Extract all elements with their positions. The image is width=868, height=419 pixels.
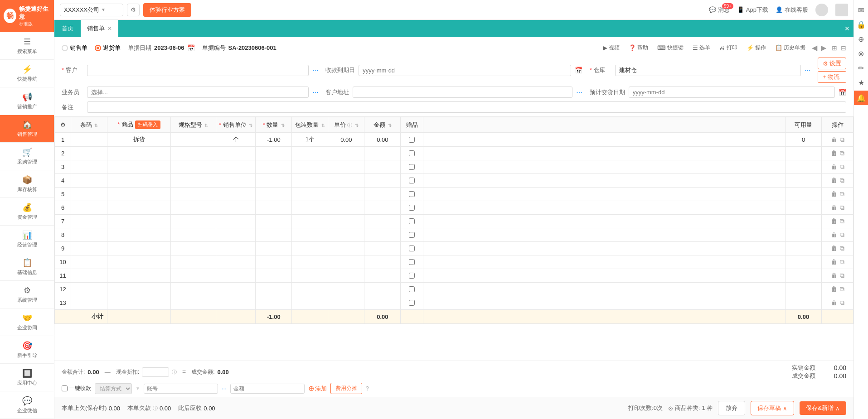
copy-row-icon[interactable]: ⧉ xyxy=(840,149,844,157)
delete-row-icon[interactable]: 🗑 xyxy=(831,149,837,157)
gift-checkbox[interactable] xyxy=(409,191,415,197)
right-panel-btn-5[interactable]: ✏ xyxy=(855,62,868,74)
right-panel-btn-orange[interactable]: 🔔 xyxy=(854,91,868,105)
gift-checkbox[interactable] xyxy=(409,150,415,156)
delete-row-icon[interactable]: 🗑 xyxy=(831,285,837,293)
copy-row-icon[interactable]: ⧉ xyxy=(840,177,844,184)
add-payment-btn[interactable]: ⊕ 添加 xyxy=(308,384,327,393)
gift-checkbox[interactable] xyxy=(409,232,415,238)
row-spec[interactable] xyxy=(171,133,216,147)
row-qty[interactable] xyxy=(256,147,292,160)
scan-button[interactable]: 扫码录入 xyxy=(135,120,160,129)
copy-row-icon[interactable]: ⧉ xyxy=(840,136,844,144)
action-btn[interactable]: ⚡ 操作 xyxy=(744,43,769,53)
unit-sort-icon[interactable]: ⇅ xyxy=(249,123,252,128)
row-price[interactable] xyxy=(328,147,364,160)
delete-row-icon[interactable]: 🗑 xyxy=(831,136,837,144)
due-date-calendar-icon[interactable]: 📅 xyxy=(575,67,582,74)
delete-row-icon[interactable]: 🗑 xyxy=(831,190,837,198)
tab-home[interactable]: 首页 xyxy=(54,20,81,37)
copy-row-icon[interactable]: ⧉ xyxy=(840,190,844,198)
customer-dots-icon[interactable]: ··· xyxy=(312,66,318,74)
choose-btn[interactable]: ☰ 选单 xyxy=(690,43,713,53)
row-price[interactable]: 0.00 xyxy=(328,133,364,147)
settings-btn[interactable]: ⚙ xyxy=(127,4,140,16)
fee-split-btn[interactable]: 费用分摊 xyxy=(330,383,362,394)
nav-next-icon[interactable]: ▶ xyxy=(821,43,826,52)
qty-sort-icon[interactable]: ⇅ xyxy=(281,123,285,128)
avatar[interactable] xyxy=(815,4,828,16)
logistics-btn[interactable]: + 物流 xyxy=(818,71,846,83)
barcode-input[interactable] xyxy=(74,136,104,143)
gift-checkbox[interactable] xyxy=(409,205,415,211)
discount-input[interactable] xyxy=(142,367,169,377)
gift-checkbox[interactable] xyxy=(409,300,415,306)
expected-date-input[interactable] xyxy=(629,87,835,98)
delete-row-icon[interactable]: 🗑 xyxy=(831,245,837,252)
message-btn[interactable]: 💬 消息 99+ xyxy=(709,6,730,14)
price-info-icon[interactable]: ⓘ xyxy=(347,122,352,128)
history-btn[interactable]: 📋 历史单据 xyxy=(772,43,808,53)
row-barcode[interactable] xyxy=(71,147,107,160)
delete-row-icon[interactable]: 🗑 xyxy=(831,231,837,239)
delete-row-icon[interactable]: 🗑 xyxy=(831,258,837,266)
shortcut-btn[interactable]: ⌨ 快捷键 xyxy=(655,43,686,53)
video-btn[interactable]: ▶ 视频 xyxy=(600,43,622,53)
sidebar-item-ops[interactable]: 📊 经营管理 xyxy=(0,226,54,253)
trial-button[interactable]: 体验行业方案 xyxy=(143,3,191,17)
save-draft-button[interactable]: 保存草稿 ∧ xyxy=(751,401,794,415)
sidebar-item-appstore[interactable]: 🔲 应用中心 xyxy=(0,364,54,391)
copy-row-icon[interactable]: ⧉ xyxy=(840,217,844,225)
row-barcode[interactable] xyxy=(71,133,107,147)
copy-row-icon[interactable]: ⧉ xyxy=(840,245,844,252)
salesperson-dots-icon[interactable]: ··· xyxy=(312,88,318,96)
delete-row-icon[interactable]: 🗑 xyxy=(831,163,837,171)
barcode-sort-icon[interactable]: ⇅ xyxy=(94,123,98,128)
tab-close-icon[interactable]: ✕ xyxy=(107,25,112,32)
gift-checkbox[interactable] xyxy=(409,178,415,183)
amount-sort-icon[interactable]: ⇅ xyxy=(388,123,392,128)
row-spec[interactable] xyxy=(171,147,216,160)
gift-checkbox[interactable] xyxy=(409,218,415,224)
row-qty[interactable]: -1.00 xyxy=(256,133,292,147)
sidebar-item-quick-nav[interactable]: ⚡ 快捷导航 xyxy=(0,60,54,87)
delete-row-icon[interactable]: 🗑 xyxy=(831,217,837,225)
gift-checkbox[interactable] xyxy=(409,164,415,170)
copy-row-icon[interactable]: ⧉ xyxy=(840,299,844,307)
customer-input[interactable] xyxy=(87,65,309,76)
sidebar-item-marketing[interactable]: 📢 营销推广 xyxy=(0,87,54,115)
app-download-btn[interactable]: 📱 App下载 xyxy=(737,6,768,14)
company-selector[interactable]: XXXXXX公司 ▼ xyxy=(60,4,123,16)
sidebar-item-wechat[interactable]: 💬 企业微信 xyxy=(0,391,54,419)
pay-method-select[interactable]: 结算方式 xyxy=(95,383,132,394)
copy-row-icon[interactable]: ⧉ xyxy=(840,231,844,239)
fee-help-icon[interactable]: ? xyxy=(366,385,369,392)
right-panel-btn-2[interactable]: 🔒 xyxy=(855,18,868,31)
close-all-tabs-icon[interactable]: ✕ xyxy=(844,25,850,32)
price-sort-icon[interactable]: ⇅ xyxy=(355,123,359,128)
sidebar-item-search[interactable]: ☰ 搜索菜单 xyxy=(0,32,54,60)
gift-checkbox[interactable] xyxy=(409,259,415,265)
sidebar-item-collab[interactable]: 🤝 企业协同 xyxy=(0,308,54,336)
addr-dots-icon[interactable]: ··· xyxy=(576,88,582,96)
delete-row-icon[interactable]: 🗑 xyxy=(831,272,837,279)
delete-row-icon[interactable]: 🗑 xyxy=(831,177,837,184)
discount-info-icon[interactable]: ⓘ xyxy=(172,369,177,376)
copy-row-icon[interactable]: ⧉ xyxy=(840,272,844,279)
gift-checkbox[interactable] xyxy=(409,246,415,251)
help-btn[interactable]: ❓ 帮助 xyxy=(626,43,651,53)
delete-row-icon[interactable]: 🗑 xyxy=(831,204,837,212)
copy-row-icon[interactable]: ⧉ xyxy=(840,285,844,293)
warehouse-input[interactable] xyxy=(615,65,801,76)
sidebar-item-inventory[interactable]: 📦 库存核算 xyxy=(0,170,54,198)
one-click-pay-checkbox[interactable] xyxy=(62,385,68,391)
gift-checkbox[interactable] xyxy=(409,273,415,279)
radio-return[interactable]: 退货单 xyxy=(95,44,121,52)
discard-button[interactable]: 放弃 xyxy=(718,401,745,415)
sidebar-item-finance[interactable]: 💰 资金管理 xyxy=(0,198,54,226)
shortage-info-icon[interactable]: ⓘ xyxy=(153,405,158,412)
copy-row-icon[interactable]: ⧉ xyxy=(840,258,844,266)
sidebar-item-base[interactable]: 📋 基础信息 xyxy=(0,253,54,281)
delete-row-icon[interactable]: 🗑 xyxy=(831,299,837,307)
service-btn[interactable]: 👤 在线客服 xyxy=(776,6,808,14)
